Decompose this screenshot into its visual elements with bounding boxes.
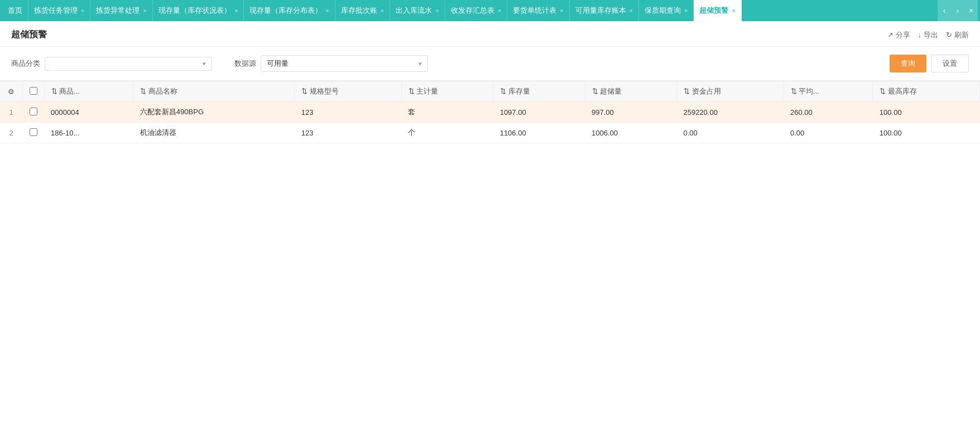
tab-close-icon[interactable]: ×: [630, 7, 633, 14]
page-header: 超储预警 ↗ 分享 ↓ 导出 ↻ 刷新: [0, 21, 980, 47]
share-button[interactable]: ↗ 分享: [887, 30, 910, 40]
row-stock: 1106.00: [493, 123, 585, 143]
share-label: 分享: [896, 30, 910, 40]
tab-close-icon[interactable]: ×: [435, 7, 439, 14]
sort-icon-9: ⇅: [880, 87, 886, 95]
row-unit: 个: [401, 123, 493, 143]
refresh-button[interactable]: ↻ 刷新: [946, 30, 969, 40]
category-label: 商品分类: [11, 59, 40, 69]
category-select[interactable]: ▾: [45, 57, 212, 71]
nav-tab-10[interactable]: 保质期查询×: [639, 0, 694, 21]
sort-icon-8: ⇅: [791, 87, 797, 95]
nav-next-button[interactable]: ›: [951, 0, 964, 21]
row-maxstock: 100.00: [873, 102, 980, 123]
row-spec: 123: [295, 123, 402, 143]
gear-settings-col[interactable]: ⚙: [0, 81, 22, 102]
chevron-down-icon-2: ▾: [419, 60, 422, 67]
row-avg: 0.00: [784, 123, 873, 143]
row-avg: 260.00: [784, 102, 873, 123]
tab-close-icon[interactable]: ×: [143, 7, 146, 14]
row-unit: 套: [401, 102, 493, 123]
table-header-row: ⚙ ⇅ 商品... ⇅ 商品名称 ⇅ 规格型号 ⇅ 主计量: [0, 81, 980, 102]
refresh-icon: ↻: [946, 31, 952, 39]
row-checkbox-cell[interactable]: [22, 123, 44, 143]
col-avg: ⇅ 平均...: [784, 81, 873, 102]
row-name: 机油滤清器: [133, 123, 295, 143]
tab-close-icon[interactable]: ×: [381, 7, 384, 14]
tab-close-icon[interactable]: ×: [560, 7, 563, 14]
nav-tab-3[interactable]: 现存量（库存状况表）×: [153, 0, 244, 21]
sort-icon-2: ⇅: [140, 87, 146, 95]
chevron-down-icon: ▾: [203, 60, 206, 67]
table-body: 1 0000004 六配套新昌490BPG 123 套 1097.00 997.…: [0, 102, 980, 143]
row-code: 0000004: [44, 102, 133, 123]
col-code: ⇅ 商品...: [44, 81, 133, 102]
header-actions: ↗ 分享 ↓ 导出 ↻ 刷新: [887, 30, 969, 40]
tab-close-icon[interactable]: ×: [498, 7, 501, 14]
col-maxstock: ⇅ 最高库存: [873, 81, 980, 102]
row-spec: 123: [295, 102, 402, 123]
nav-tab-7[interactable]: 收发存汇总表×: [445, 0, 507, 21]
row-index: 1: [0, 102, 22, 123]
tab-close-icon[interactable]: ×: [325, 7, 329, 14]
tab-close-icon[interactable]: ×: [81, 7, 84, 14]
gear-icon: ⚙: [8, 88, 15, 96]
nav-tab-6[interactable]: 出入库流水×: [390, 0, 445, 21]
nav-tab-1[interactable]: 拣货任务管理×: [28, 0, 90, 21]
export-button[interactable]: ↓ 导出: [918, 30, 939, 40]
export-label: 导出: [924, 30, 938, 40]
sort-icon: ⇅: [51, 87, 57, 95]
filter-area: 商品分类 ▾ 数据源 可用量 ▾ 查询 设置: [0, 47, 980, 81]
col-name: ⇅ 商品名称: [133, 81, 295, 102]
settings-button[interactable]: 设置: [931, 55, 969, 72]
table-header: ⚙ ⇅ 商品... ⇅ 商品名称 ⇅ 规格型号 ⇅ 主计量: [0, 81, 980, 102]
table-row: 1 0000004 六配套新昌490BPG 123 套 1097.00 997.…: [0, 102, 980, 123]
datasource-value: 可用量: [267, 59, 289, 69]
row-index: 2: [0, 123, 22, 143]
sort-icon-5: ⇅: [500, 87, 506, 95]
sort-icon-3: ⇅: [301, 87, 308, 95]
sort-icon-7: ⇅: [684, 87, 690, 95]
col-stock: ⇅ 库存量: [493, 81, 585, 102]
sort-icon-6: ⇅: [592, 87, 598, 95]
nav-tab-2[interactable]: 拣货异常处理×: [90, 0, 152, 21]
nav-close-button[interactable]: ×: [964, 0, 978, 21]
table-row: 2 186-10... 机油滤清器 123 个 1106.00 1006.00 …: [0, 123, 980, 143]
col-capital: ⇅ 资金占用: [676, 81, 784, 102]
refresh-label: 刷新: [954, 30, 969, 40]
nav-arrows: ‹ › ×: [938, 0, 978, 21]
tab-close-icon[interactable]: ×: [732, 7, 735, 14]
filter-actions: 查询 设置: [890, 55, 969, 72]
nav-tab-0[interactable]: 首页: [2, 0, 28, 21]
row-capital: 0.00: [676, 123, 784, 143]
page-content: 超储预警 ↗ 分享 ↓ 导出 ↻ 刷新 商品分类 ▾ 数据源: [0, 21, 980, 446]
row-overstock: 1006.00: [585, 123, 676, 143]
query-button[interactable]: 查询: [890, 55, 926, 72]
row-checkbox-cell[interactable]: [22, 102, 44, 123]
category-filter-group: 商品分类 ▾: [11, 57, 212, 71]
nav-tab-4[interactable]: 现存量（库存分布表）×: [244, 0, 335, 21]
nav-tab-5[interactable]: 库存批次账×: [335, 0, 390, 21]
select-all-col[interactable]: [22, 81, 44, 102]
nav-tab-9[interactable]: 可用量库存账本×: [570, 0, 639, 21]
nav-prev-button[interactable]: ‹: [938, 0, 951, 21]
sort-icon-4: ⇅: [409, 87, 415, 95]
row-capital: 259220.00: [676, 102, 784, 123]
nav-tab-11[interactable]: 超储预警×: [694, 0, 741, 21]
table-wrapper: ⚙ ⇅ 商品... ⇅ 商品名称 ⇅ 规格型号 ⇅ 主计量: [0, 81, 980, 143]
export-icon: ↓: [918, 31, 922, 39]
tab-close-icon[interactable]: ×: [234, 7, 238, 14]
row-checkbox[interactable]: [30, 108, 37, 115]
datasource-label: 数据源: [234, 59, 256, 69]
row-maxstock: 100.00: [873, 123, 980, 143]
datasource-select[interactable]: 可用量 ▾: [261, 55, 428, 72]
tab-close-icon[interactable]: ×: [684, 7, 688, 14]
col-spec: ⇅ 规格型号: [295, 81, 402, 102]
row-overstock: 997.00: [585, 102, 676, 123]
share-icon: ↗: [887, 31, 893, 39]
row-checkbox[interactable]: [30, 128, 37, 136]
nav-tab-8[interactable]: 要货单统计表×: [507, 0, 569, 21]
select-all-checkbox[interactable]: [30, 87, 37, 95]
data-table: ⚙ ⇅ 商品... ⇅ 商品名称 ⇅ 规格型号 ⇅ 主计量: [0, 81, 980, 143]
col-unit: ⇅ 主计量: [401, 81, 493, 102]
